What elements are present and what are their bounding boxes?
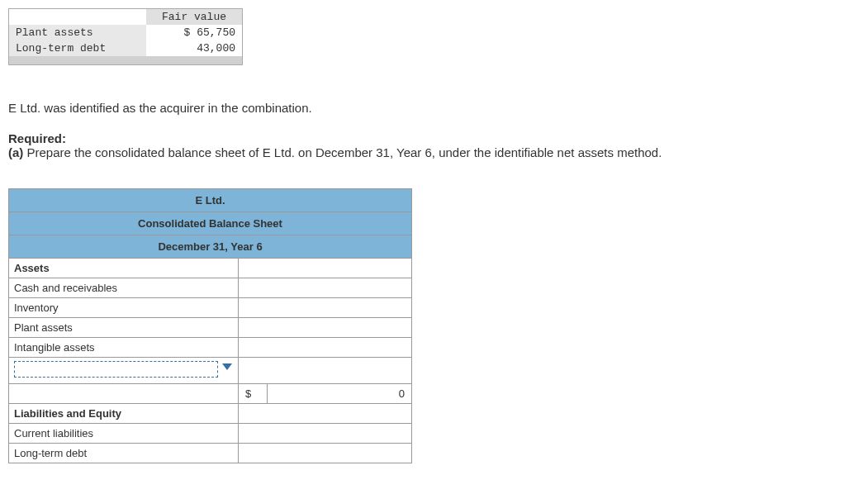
balance-sheet-table: E Ltd. Consolidated Balance Sheet Decemb… — [8, 188, 412, 463]
bs-title-date: December 31, Year 6 — [9, 235, 412, 259]
row-currency: $ — [239, 384, 268, 404]
section-liabilities-value — [239, 404, 412, 424]
row-current-liabilities-input[interactable] — [239, 424, 412, 444]
fair-value-table: Fair value Plant assets $ 65,750 Long-te… — [9, 9, 242, 64]
row-inventory-input[interactable] — [239, 298, 412, 318]
row-intangible: Intangible assets — [9, 338, 239, 358]
row-long-term-debt: Long-term debt — [9, 444, 239, 463]
bs-title-company: E Ltd. — [9, 189, 412, 212]
chevron-down-icon[interactable] — [222, 363, 232, 370]
row-cash-input[interactable] — [239, 278, 412, 298]
row-plant-assets-input[interactable] — [239, 318, 412, 338]
plant-assets-label: Plant assets — [9, 25, 146, 40]
section-liabilities: Liabilities and Equity — [9, 404, 239, 424]
instruction-line-1: E Ltd. was identified as the acquirer in… — [8, 101, 860, 115]
long-term-debt-value: 43,000 — [146, 40, 242, 56]
blank-cell — [9, 9, 146, 25]
required-label: Required: — [8, 131, 66, 145]
row-dropdown-value[interactable] — [239, 358, 412, 384]
row-inventory: Inventory — [9, 298, 239, 318]
section-assets: Assets — [9, 259, 239, 278]
row-zero: 0 — [268, 384, 412, 404]
instruction-required: Required: (a) Prepare the consolidated b… — [8, 131, 860, 159]
bs-title-statement: Consolidated Balance Sheet — [9, 212, 412, 235]
plant-assets-value: $ 65,750 — [146, 25, 242, 40]
table-bottom-bar — [9, 56, 242, 64]
fair-value-table-wrap: Fair value Plant assets $ 65,750 Long-te… — [8, 8, 243, 65]
section-assets-value — [239, 259, 412, 278]
row-long-term-debt-input[interactable] — [239, 444, 412, 463]
long-term-debt-label: Long-term debt — [9, 40, 146, 56]
row-dropdown-cell[interactable] — [9, 358, 239, 384]
part-a-text: Prepare the consolidated balance sheet o… — [27, 145, 662, 159]
row-plant-assets: Plant assets — [9, 318, 239, 338]
dropdown-input[interactable] — [14, 361, 218, 378]
row-cash: Cash and receivables — [9, 278, 239, 298]
fair-value-header: Fair value — [146, 9, 242, 25]
row-total-blank — [9, 384, 239, 404]
row-intangible-input[interactable] — [239, 338, 412, 358]
row-current-liabilities: Current liabilities — [9, 424, 239, 444]
part-a-label: (a) — [8, 145, 27, 159]
